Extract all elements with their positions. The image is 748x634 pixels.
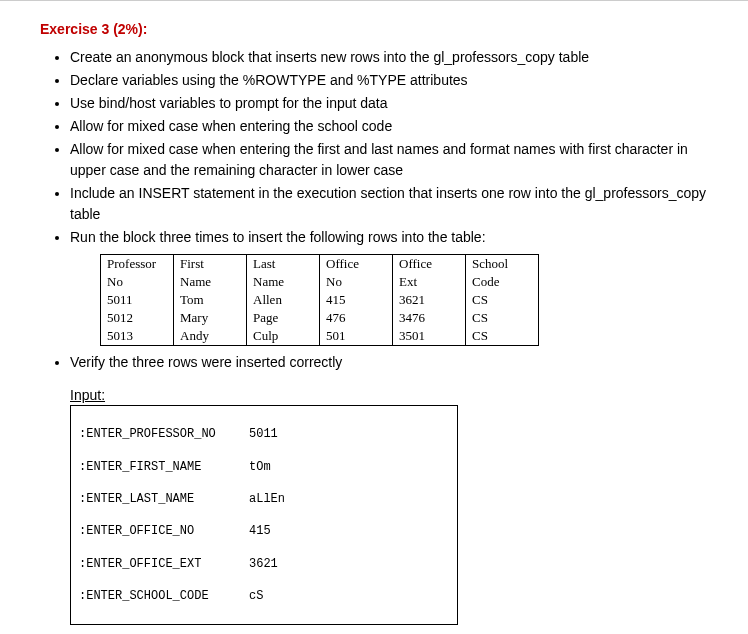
instruction-item: Create an anonymous block that inserts n… [70, 47, 708, 68]
table-cell: 476 [320, 309, 393, 327]
table-cell: 5011 [101, 291, 174, 309]
input-var-value: 3621 [249, 556, 278, 572]
input-var-label: :ENTER_OFFICE_EXT [79, 556, 249, 572]
table-cell: Page [247, 309, 320, 327]
instruction-item: Declare variables using the %ROWTYPE and… [70, 70, 708, 91]
input-var-label: :ENTER_FIRST_NAME [79, 459, 249, 475]
table-header: Office [393, 255, 466, 274]
table-header: Name [174, 273, 247, 291]
table-header: Code [466, 273, 539, 291]
input-var-value: cS [249, 588, 263, 604]
input-var-label: :ENTER_OFFICE_NO [79, 523, 249, 539]
table-cell: 5013 [101, 327, 174, 346]
table-header: Ext [393, 273, 466, 291]
table-cell: 3621 [393, 291, 466, 309]
instruction-item: Allow for mixed case when entering the f… [70, 139, 708, 181]
table-cell: CS [466, 309, 539, 327]
table-cell: Allen [247, 291, 320, 309]
table-cell: 415 [320, 291, 393, 309]
input-var-value: tOm [249, 459, 271, 475]
instruction-item: Allow for mixed case when entering the s… [70, 116, 708, 137]
table-header: No [320, 273, 393, 291]
table-cell: Andy [174, 327, 247, 346]
input-var-label: :ENTER_LAST_NAME [79, 491, 249, 507]
table-cell: 501 [320, 327, 393, 346]
table-header: No [101, 273, 174, 291]
input-var-label: :ENTER_SCHOOL_CODE [79, 588, 249, 604]
table-cell: 5012 [101, 309, 174, 327]
data-table: Professor First Last Office Office Schoo… [100, 254, 539, 346]
verify-item: Verify the three rows were inserted corr… [70, 352, 708, 373]
table-cell: CS [466, 327, 539, 346]
verify-list: Verify the three rows were inserted corr… [70, 352, 708, 373]
table-cell: 3501 [393, 327, 466, 346]
table-cell: Mary [174, 309, 247, 327]
table-cell: 3476 [393, 309, 466, 327]
input-var-label: :ENTER_PROFESSOR_NO [79, 426, 249, 442]
instruction-item: Include an INSERT statement in the execu… [70, 183, 708, 225]
instruction-item: Use bind/host variables to prompt for th… [70, 93, 708, 114]
table-header: School [466, 255, 539, 274]
table-header: Professor [101, 255, 174, 274]
input-var-value: 415 [249, 523, 271, 539]
instruction-list: Create an anonymous block that inserts n… [70, 47, 708, 248]
exercise-title: Exercise 3 (2%): [40, 21, 708, 37]
table-cell: Tom [174, 291, 247, 309]
table-cell: CS [466, 291, 539, 309]
table-header: Office [320, 255, 393, 274]
table-cell: Culp [247, 327, 320, 346]
input-var-value: 5011 [249, 426, 278, 442]
table-header: Name [247, 273, 320, 291]
table-header: First [174, 255, 247, 274]
input-var-value: aLlEn [249, 491, 285, 507]
input-box: :ENTER_PROFESSOR_NO5011 :ENTER_FIRST_NAM… [70, 405, 458, 625]
instruction-item: Run the block three times to insert the … [70, 227, 708, 248]
input-section-label: Input: [70, 387, 708, 403]
table-header: Last [247, 255, 320, 274]
